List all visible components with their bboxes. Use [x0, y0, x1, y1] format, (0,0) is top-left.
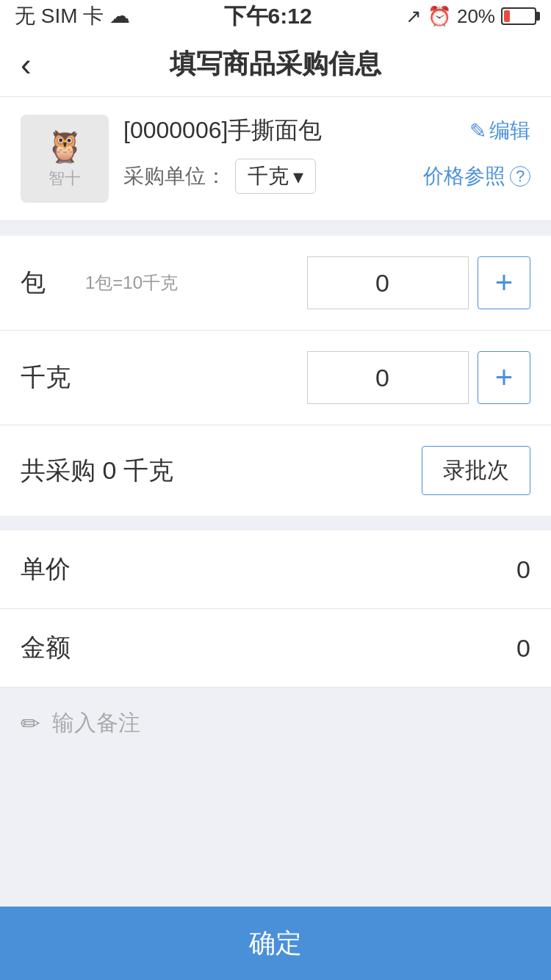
unit-value: 千克 — [248, 162, 289, 190]
page-title: 填写商品采购信息 — [170, 46, 381, 82]
alarm-icon: ⏰ — [428, 5, 451, 28]
bag-plus-button[interactable]: + — [478, 256, 530, 309]
record-batch-button[interactable]: 录批次 — [422, 446, 530, 495]
sim-status: 无 SIM 卡 ☁ — [15, 2, 130, 30]
confirm-button[interactable]: 确定 — [0, 907, 551, 980]
edit-button[interactable]: ✎ 编辑 — [469, 117, 530, 145]
dropdown-arrow-icon: ▾ — [293, 165, 303, 189]
section-divider-1 — [0, 221, 551, 236]
status-left: 无 SIM 卡 ☁ — [15, 2, 130, 30]
product-image: 🦉 智十 — [21, 115, 109, 203]
battery-percent: 20% — [457, 5, 495, 28]
purchase-unit-left: 采购单位： 千克 ▾ — [123, 159, 316, 194]
total-purchase-text: 共采购 0 千克 — [21, 454, 173, 488]
remark-section[interactable]: ✏ 输入备注 — [0, 688, 551, 759]
product-brand-text: 智十 — [48, 167, 81, 190]
input-section: 包 1包=10千克 + 千克 + — [0, 236, 551, 425]
location-icon: ↗ — [406, 5, 422, 28]
purchase-unit-row: 采购单位： 千克 ▾ 价格参照 ? — [123, 159, 530, 194]
remark-placeholder: 输入备注 — [52, 708, 140, 738]
bag-quantity-input[interactable] — [307, 256, 469, 309]
unit-price-value: 0 — [516, 555, 530, 584]
status-time: 下午6:12 — [224, 1, 312, 32]
section-divider-2 — [0, 516, 551, 530]
status-right: ↗ ⏰ 20% — [406, 5, 536, 28]
product-info: [0000006]手撕面包 ✎ 编辑 采购单位： 千克 ▾ 价格参照 ? — [123, 115, 530, 194]
kg-plus-button[interactable]: + — [478, 351, 530, 404]
back-button[interactable]: ‹ — [21, 48, 32, 81]
product-card: 🦉 智十 [0000006]手撕面包 ✎ 编辑 采购单位： 千克 ▾ — [0, 97, 551, 221]
product-name: [0000006]手撕面包 — [123, 115, 322, 147]
edit-label: 编辑 — [489, 117, 530, 145]
kg-input-row: 千克 + — [0, 331, 551, 425]
amount-row: 金额 0 — [0, 609, 551, 688]
unit-dropdown[interactable]: 千克 ▾ — [235, 159, 316, 194]
product-owl-icon: 🦉 — [46, 129, 84, 165]
amount-value: 0 — [516, 634, 530, 663]
amount-label: 金额 — [21, 631, 71, 665]
main-content: 🦉 智十 [0000006]手撕面包 ✎ 编辑 采购单位： 千克 ▾ — [0, 97, 551, 980]
unit-price-label: 单价 — [21, 552, 71, 586]
confirm-label: 确定 — [249, 926, 302, 962]
price-ref-label: 价格参照 — [423, 162, 505, 190]
product-name-row: [0000006]手撕面包 ✎ 编辑 — [123, 115, 530, 147]
edit-icon: ✎ — [469, 119, 486, 143]
price-ref-button[interactable]: 价格参照 ? — [423, 162, 530, 190]
bag-label: 包 — [21, 266, 79, 300]
price-ref-help-icon: ? — [510, 166, 530, 187]
status-bar: 无 SIM 卡 ☁ 下午6:12 ↗ ⏰ 20% — [0, 0, 551, 32]
kg-label: 千克 — [21, 361, 79, 394]
kg-input-control: + — [307, 351, 530, 404]
summary-row: 共采购 0 千克 录批次 — [0, 425, 551, 516]
battery-icon — [501, 7, 536, 25]
bag-input-row: 包 1包=10千克 + — [0, 236, 551, 331]
kg-quantity-input[interactable] — [307, 351, 469, 404]
bag-sublabel: 1包=10千克 — [85, 271, 307, 295]
purchase-unit-label: 采购单位： — [123, 162, 226, 190]
unit-price-row: 单价 0 — [0, 530, 551, 609]
price-section: 单价 0 金额 0 — [0, 530, 551, 688]
nav-bar: ‹ 填写商品采购信息 — [0, 32, 551, 97]
pencil-icon: ✏ — [21, 710, 40, 738]
bag-input-control: + — [307, 256, 530, 309]
